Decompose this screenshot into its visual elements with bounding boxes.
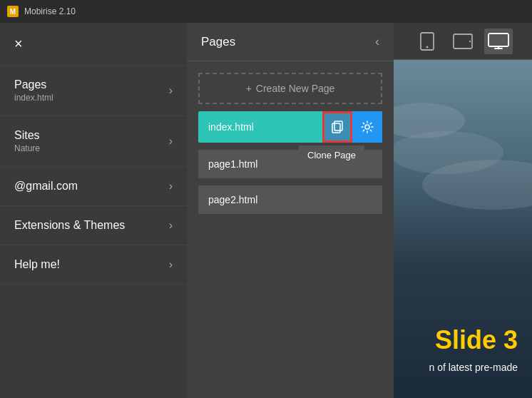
- svg-point-2: [365, 125, 369, 129]
- main-area: × Pages index.html › Sites Nature › @gma…: [0, 23, 532, 398]
- pages-title: Pages: [201, 35, 235, 49]
- chevron-right-icon: ›: [169, 258, 173, 271]
- sidebar-item-account[interactable]: @gmail.com ›: [0, 167, 187, 206]
- page-name-index: index.html: [198, 113, 322, 141]
- preview-image: Slide 3 n of latest pre-made: [394, 60, 532, 398]
- preview-area: Slide 3 n of latest pre-made: [394, 23, 532, 398]
- page-settings-button[interactable]: [352, 111, 382, 143]
- sidebar-item-sites[interactable]: Sites Nature ›: [0, 116, 187, 167]
- pages-panel: Pages ‹ + Create New Page index.html Clo…: [187, 23, 394, 398]
- plus-icon: +: [246, 83, 252, 94]
- sidebar-item-extensions[interactable]: Extensions & Themes ›: [0, 206, 187, 245]
- svg-rect-1: [334, 121, 342, 131]
- app-icon: M: [7, 6, 19, 17]
- clone-page-button[interactable]: Clone Page: [322, 111, 352, 143]
- chevron-right-icon: ›: [169, 84, 173, 97]
- create-page-label: Create New Page: [256, 83, 335, 94]
- svg-rect-7: [488, 34, 508, 46]
- svg-point-4: [426, 46, 429, 48]
- chevron-right-icon: ›: [169, 219, 173, 232]
- pages-content: + Create New Page index.html Clone Page: [187, 61, 394, 225]
- page-row-page2: page2.html: [198, 185, 382, 214]
- page-name-page2: page2.html: [198, 185, 382, 214]
- sidebar-account-label: @gmail.com: [14, 180, 78, 193]
- desktop-preview-button[interactable]: [484, 29, 513, 54]
- sidebar-item-help[interactable]: Help me! ›: [0, 245, 187, 285]
- sidebar-item-pages[interactable]: Pages index.html ›: [0, 66, 187, 116]
- svg-rect-0: [332, 123, 340, 133]
- pages-close-icon[interactable]: ‹: [375, 34, 379, 49]
- sidebar-help-label: Help me!: [14, 258, 60, 271]
- sidebar-extensions-label: Extensions & Themes: [14, 219, 125, 232]
- sidebar-pages-sublabel: index.html: [14, 93, 53, 103]
- mobile-preview-button[interactable]: [413, 29, 441, 54]
- sidebar-sites-sublabel: Nature: [14, 143, 40, 153]
- page-row-index: index.html Clone Page: [198, 111, 382, 143]
- svg-point-6: [469, 40, 471, 41]
- tablet-preview-button[interactable]: [449, 29, 477, 54]
- preview-toolbar: [394, 23, 532, 60]
- app-title: Mobirise 2.10: [24, 6, 76, 16]
- sidebar: × Pages index.html › Sites Nature › @gma…: [0, 23, 187, 398]
- sidebar-pages-label: Pages: [14, 78, 53, 91]
- chevron-right-icon: ›: [169, 135, 173, 148]
- pages-header: Pages ‹: [187, 23, 394, 61]
- chevron-right-icon: ›: [169, 180, 173, 193]
- create-new-page-button[interactable]: + Create New Page: [198, 73, 382, 104]
- sidebar-close-row: ×: [0, 23, 187, 66]
- slide-text: Slide 3: [435, 325, 518, 355]
- clone-tooltip: Clone Page: [299, 146, 364, 165]
- sidebar-sites-label: Sites: [14, 129, 40, 142]
- slide-subtext: n of latest pre-made: [429, 362, 518, 373]
- close-icon[interactable]: ×: [14, 36, 23, 52]
- title-bar: M Mobirise 2.10: [0, 0, 532, 23]
